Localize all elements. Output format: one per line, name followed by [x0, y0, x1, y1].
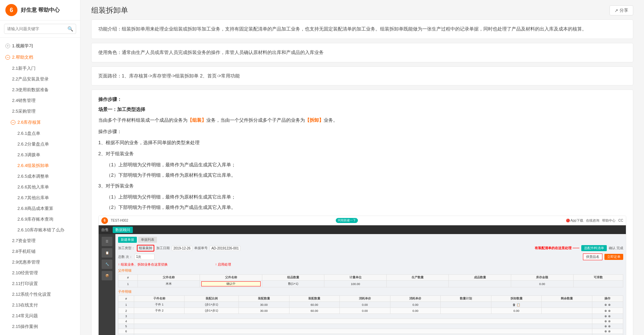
share-label: 分享 [620, 7, 628, 13]
sidebar-item-2-4[interactable]: 2.4销售管理 [0, 95, 80, 106]
mock-cth: 数量计划 [441, 296, 491, 302]
share-button[interactable]: ↗ 分享 [609, 5, 633, 15]
mock-cth: 剩余数量 [542, 296, 592, 302]
search-icon[interactable]: 🔍 [65, 24, 76, 34]
mock-logo: 6 [101, 217, 108, 224]
mock-sidebar-icon-3: 🔧 [102, 260, 112, 269]
minus-icon: − [5, 55, 10, 60]
mock-annotation-has-bom: 有装配清单的在这里处理 —— [535, 246, 579, 250]
mock-parent-row-1: 1 米米 确认中 数(1+1) 100.00 [118, 281, 623, 287]
mock-cell: 60.00 [289, 308, 340, 314]
mock-cell: ⊕ ⊗ [592, 308, 623, 314]
sidebar-item-2-6-4[interactable]: 2.6.4组装拆卸单 [0, 160, 80, 171]
sidebar-item-2-5[interactable]: 2.5采购管理 [0, 106, 80, 117]
steps-intro-label: 操作步骤： [98, 127, 626, 136]
sidebar-item-2-12[interactable]: 2.12系统个性化设置 [0, 289, 80, 300]
sidebar-item-2-10[interactable]: 2.10经营管理 [0, 268, 80, 278]
sidebar-item-2-3[interactable]: 2.3使用前数据准备 [0, 85, 80, 95]
minus-icon-2-6: − [11, 120, 15, 125]
sidebar-item-2-6-5[interactable]: 2.6.5成本调整单 [0, 171, 80, 182]
sidebar-item-2-9[interactable]: 2.9优惠券管理 [0, 257, 80, 268]
plus-icon: + [5, 44, 10, 48]
search-wrap[interactable]: 🔍 [4, 24, 76, 34]
mock-badge: 同期新建一下 [336, 218, 358, 223]
sidebar-item-2-14[interactable]: 2.14常见问题 [0, 311, 80, 321]
sidebar-item-2-6-3[interactable]: 2.6.3调拨单 [0, 150, 80, 160]
mock-th-prod-qty: 生产数量 [386, 275, 449, 281]
mock-child-row-3: 3 ⊕ ⊗ [118, 314, 623, 319]
mock-cell: 1 [118, 302, 134, 308]
mock-cell: 100.00 [324, 281, 387, 287]
search-input[interactable] [4, 24, 65, 33]
mock-nav-home: 自售 [101, 227, 109, 232]
sidebar-item-2-6-10[interactable]: 2.6.10库存账本错了么办 [0, 225, 80, 235]
role-card: 使用角色：通常由生产人员或库管人员完成拆装业务的操作，库管人员确认原材料的出库和… [91, 43, 633, 62]
brand-name: 好生意 帮助中心 [21, 7, 60, 14]
mock-cell: 30.00 [238, 308, 289, 314]
mock-tab-new: 新建单据 [118, 237, 137, 243]
page-title: 组装拆卸单 [91, 5, 128, 15]
sidebar-item-2-6-2[interactable]: 2.6.2分量盘点单 [0, 139, 80, 150]
brand-logo: 6 [5, 4, 17, 16]
mock-child-label: 子件明细 [118, 289, 623, 294]
mock-parent-label: 父件明细 [118, 268, 623, 273]
mock-cell: 30.00 [238, 302, 289, 308]
sidebar-item-2-1[interactable]: 2.1新手入门 [0, 63, 80, 74]
share-icon: ↗ [614, 8, 618, 13]
mock-sidebar-icon-1: ☰ [102, 237, 112, 246]
mock-cell: 1 [118, 281, 138, 287]
sidebar: 6 好生意 帮助中心 🔍 + 1.视频学习 − 2.帮助文档 2.1新手入门 2… [0, 0, 80, 335]
mock-select-bom-btn[interactable]: 选配件料清单 [581, 245, 607, 251]
step2b-text: （2）下部明细为子件明细，最终作为原材料生成其它出库单。 [98, 171, 626, 179]
mock-add-btn[interactable]: 立即定单 [604, 254, 623, 260]
mock-type-label: 加工类型： [118, 246, 135, 250]
sidebar-item-docs[interactable]: − 2.帮助文档 [0, 52, 80, 63]
mock-cell: 6 [118, 329, 134, 334]
mock-cell: 确认中 [200, 281, 262, 287]
mock-sidebar-inner: ☰ 📋 🔧 📦 [99, 234, 115, 335]
mock-cell: ⊕ ⊗ [592, 314, 623, 319]
mock-cell [542, 308, 592, 314]
mock-no-label: 单据单号 [194, 246, 208, 250]
mock-cell [386, 281, 449, 287]
sidebar-item-2-6-6[interactable]: 2.6.6其他入库单 [0, 182, 80, 192]
mock-cell: 0.00 [340, 302, 390, 308]
content-area: 功能介绍：组装拆卸单用来处理企业组装或拆卸等加工业务，支持有固定装配清单的产品加… [80, 19, 644, 335]
mock-tab-list: 单据列表 [138, 237, 157, 243]
sidebar-item-2-11[interactable]: 2.11打印设置 [0, 278, 80, 289]
sidebar-item-2-6[interactable]: − 2.6库存核算 [0, 117, 80, 128]
mock-supplier-box: 供货品名 [583, 254, 602, 260]
ops-title: 操作步骤： [98, 97, 626, 103]
sidebar-item-2-7[interactable]: 2.7资金管理 [0, 235, 80, 246]
step2a-text: （1）上部明细为父件明细，最终作为产成品生成其它入库单； [98, 161, 626, 169]
mock-body: ☰ 📋 🔧 📦 新建单据 单据列表 [99, 234, 626, 335]
mock-sidebar-icon-2: 📋 [102, 248, 112, 258]
mock-th-pname: 父件名称 [138, 275, 200, 281]
sidebar-item-2-6-1[interactable]: 2.6.1盘点单 [0, 128, 80, 139]
search-box: 🔍 [0, 20, 80, 38]
mock-child-table: # 子件名称 装配比例 装配数量 装配数量 消耗单价 消耗单价 数量计划 [118, 295, 623, 335]
mock-cell [441, 302, 491, 308]
nav-list: + 1.视频学习 − 2.帮助文档 2.1新手入门 2.2产品安装及登录 2.3… [0, 38, 80, 335]
mock-cell: 米米 [138, 281, 200, 287]
mock-count-label: 总数 次： [118, 255, 132, 259]
sidebar-item-2-6-9[interactable]: 2.6.9库存账本查询 [0, 214, 80, 225]
sidebar-item-video[interactable]: + 1.视频学习 [0, 40, 80, 52]
mock-date-label: 加工日期 [156, 246, 170, 250]
sidebar-item-2-2[interactable]: 2.2产品安装及登录 [0, 74, 80, 85]
mock-cell: ⊕ ⊗ [592, 324, 623, 329]
sidebar-item-2-15[interactable]: 2.15操作案例 [0, 321, 80, 332]
sidebar-header: 6 好生意 帮助中心 [0, 0, 80, 20]
mock-child-row-6: 6 ⊕ ⊗ [118, 329, 623, 334]
sidebar-item-2-13[interactable]: 2.13在线支付 [0, 300, 80, 311]
sidebar-item-2-8[interactable]: 2.8手机旺铺 [0, 246, 80, 257]
mock-parent-table: # 父件名称 父件名称 组品数量 计量单位 生产数量 成品数量 库存金额 可库数 [118, 274, 623, 287]
sidebar-item-2-6-8[interactable]: 2.6.8商品成本重算 [0, 203, 80, 214]
sidebar-item-2-6-7[interactable]: 2.6.7其他出库单 [0, 192, 80, 203]
mock-cell: 0.00 [491, 308, 542, 314]
mock-cth: 装配数量 [238, 296, 289, 302]
mock-th-pname2: 父件名称 [200, 275, 262, 281]
mock-th-no: # [118, 275, 138, 281]
mock-cell: 子件 1 [134, 302, 184, 308]
mock-nav: 自售 数据顾问 [99, 225, 626, 234]
